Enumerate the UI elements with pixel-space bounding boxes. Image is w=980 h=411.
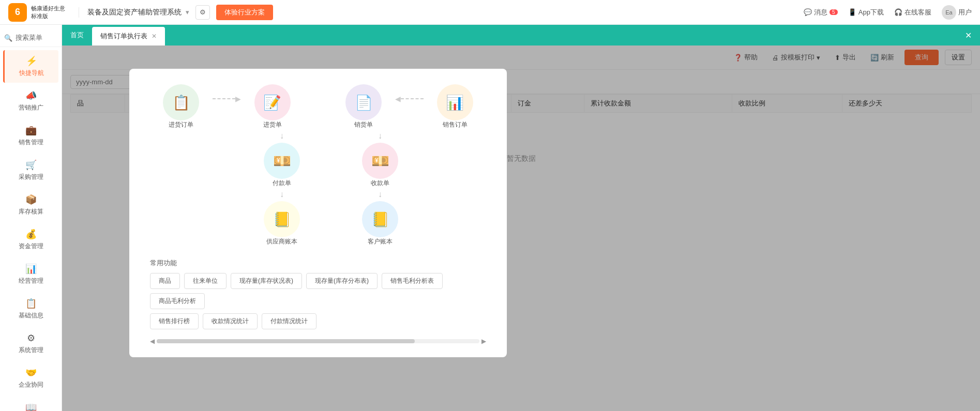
sales-bill-icon: 📄	[355, 94, 373, 111]
search-menu-item[interactable]: 🔍 搜索菜单	[0, 29, 62, 47]
online-service-item[interactable]: 🎧 在线客服	[894, 8, 931, 17]
overlay[interactable]: 📋 进货订单 ▶	[62, 45, 980, 411]
func-btn-4[interactable]: 销售毛利分析表	[382, 273, 443, 289]
finance-icon: 💰	[25, 229, 37, 240]
func-btn-8[interactable]: 付款情况统计	[262, 313, 316, 329]
func-btn-0[interactable]: 商品	[150, 273, 180, 289]
user-item[interactable]: Ea 用户	[942, 5, 972, 20]
flow-label-supplier-ledger: 供应商账本	[266, 237, 297, 246]
sidebar-item-label: 经营管理	[19, 277, 43, 285]
search-icon: 🔍	[4, 34, 12, 42]
flow-node-purchase-bill: 📝 进货单	[241, 84, 304, 129]
sales-order-icon: 📊	[446, 94, 464, 111]
tab-home-label: 首页	[70, 31, 84, 40]
avatar: Ea	[942, 5, 956, 20]
receipt-icon: 💴	[371, 153, 389, 170]
flow-node-purchase-order: 📋 进货订单	[150, 84, 213, 129]
app-logo-icon: 6	[8, 3, 27, 22]
logo-area: 6 畅康通好生意 标准版	[8, 3, 70, 22]
func-btn-6[interactable]: 销售排行榜	[150, 313, 199, 329]
arrow-sales-order-to-bill: ◀	[395, 95, 424, 103]
sidebar-item-marketing[interactable]: 📣 营销推广	[3, 85, 58, 117]
online-service-label: 在线客服	[904, 8, 931, 17]
system-title-dropdown[interactable]: 装备及固定资产辅助管理系统 ▾	[87, 8, 189, 17]
flow-icon-payment[interactable]: 💴	[264, 143, 300, 179]
scroll-left-icon[interactable]: ◀	[150, 338, 155, 345]
flow-node-sales-order: 📊 销售订单	[424, 84, 486, 129]
arrow-down-purchase-bill: ↓	[248, 129, 315, 143]
sidebar-item-operations[interactable]: 📊 经营管理	[3, 258, 58, 291]
flow-icon-sales-bill[interactable]: 📄	[345, 84, 382, 120]
purchase-order-icon: 📋	[172, 94, 190, 111]
func-btn-1[interactable]: 往来单位	[184, 273, 227, 289]
message-icon: 💬	[804, 8, 812, 16]
flow-arrows-down-row2: ↓ ↓	[150, 188, 486, 201]
sidebar-item-quick-nav[interactable]: ⚡ 快捷导航	[3, 50, 58, 83]
func-btn-5[interactable]: 商品毛利分析	[150, 293, 205, 309]
message-item[interactable]: 💬 消息 5	[804, 8, 838, 17]
flow-icon-sales-order[interactable]: 📊	[437, 84, 473, 120]
func-btn-2[interactable]: 现存量(库存状况表)	[231, 273, 302, 289]
sidebar-item-enterprise[interactable]: 🤝 企业协同	[3, 362, 58, 394]
flow-label-purchase-bill: 进货单	[263, 120, 282, 129]
sidebar-item-guide[interactable]: 📖 新手引导	[3, 397, 58, 411]
flow-icon-purchase-order[interactable]: 📋	[163, 84, 199, 120]
flow-icon-receipt[interactable]: 💴	[362, 143, 398, 179]
tab-home[interactable]: 首页	[62, 25, 92, 45]
basic-info-icon: 📋	[25, 298, 37, 309]
sidebar-item-purchase[interactable]: 🛒 采购管理	[3, 154, 58, 187]
purchase-bill-icon: 📝	[263, 94, 281, 111]
flow-row-2: 💴 付款单 💴 收款单	[150, 143, 486, 188]
flow-label-payment: 付款单	[273, 179, 291, 188]
app-logo-text: 畅康通好生意 标准版	[31, 5, 65, 20]
headset-icon: 🎧	[894, 8, 902, 16]
flow-node-sales-bill: 📄 销货单	[333, 84, 395, 129]
sidebar-item-inventory[interactable]: 📦 库存核算	[3, 189, 58, 221]
message-label: 消息	[814, 8, 827, 17]
scrollbar-thumb	[157, 339, 415, 343]
flow-label-sales-order: 销售订单	[443, 120, 468, 129]
sidebar-item-label: 库存核算	[19, 207, 43, 216]
inventory-icon: 📦	[25, 194, 37, 205]
tab-bar: 首页 销售订单执行表 ✕ ✕	[62, 25, 980, 45]
guide-icon: 📖	[25, 402, 37, 411]
purchase-icon: 🛒	[25, 159, 37, 171]
settings-button[interactable]: ⚙	[195, 5, 210, 20]
quick-nav-icon: ⚡	[26, 55, 37, 67]
download-icon: 📱	[848, 8, 856, 16]
tab-sales-order[interactable]: 销售订单执行表 ✕	[92, 27, 165, 45]
app-download-item[interactable]: 📱 App下载	[848, 8, 884, 17]
dropdown-icon[interactable]: ▾	[186, 8, 189, 16]
app-download-label: App下载	[858, 8, 884, 17]
separator	[79, 7, 79, 18]
user-label: 用户	[958, 8, 972, 17]
scrollbar-track[interactable]	[157, 339, 479, 343]
flow-diagram: 📋 进货订单 ▶	[150, 84, 486, 246]
top-bar: 6 畅康通好生意 标准版 装备及固定资产辅助管理系统 ▾ ⚙ 体验行业方案 💬 …	[0, 0, 980, 25]
close-window-icon[interactable]: ✕	[957, 31, 980, 40]
system-icon: ⚙	[27, 332, 35, 344]
flow-row-3: 📒 供应商账本 📒 客户账本	[150, 201, 486, 246]
flow-row-1: 📋 进货订单 ▶	[150, 84, 486, 129]
func-btn-3[interactable]: 现存量(库存分布表)	[306, 273, 378, 289]
scroll-right-icon[interactable]: ▶	[481, 338, 486, 345]
quick-nav-dialog: 📋 进货订单 ▶	[129, 69, 507, 357]
sidebar-item-sales[interactable]: 💼 销售管理	[3, 119, 58, 152]
tab-close-icon[interactable]: ✕	[152, 33, 157, 40]
sales-icon: 💼	[25, 125, 37, 136]
sidebar-item-system[interactable]: ⚙ 系统管理	[3, 327, 58, 360]
sidebar-item-basic-info[interactable]: 📋 基础信息	[3, 293, 58, 325]
sidebar-item-label: 营销推广	[19, 103, 43, 112]
flow-icon-purchase-bill[interactable]: 📝	[254, 84, 291, 120]
arrow-down-sales-bill: ↓	[346, 129, 414, 143]
flow-arrows-down-row: ↓ ↓	[150, 129, 486, 143]
trial-button[interactable]: 体验行业方案	[216, 5, 273, 20]
content-area: 首页 销售订单执行表 ✕ ✕ ❓ 帮助 🖨 按模板打印 ▾	[62, 25, 980, 411]
func-btn-7[interactable]: 收款情况统计	[203, 313, 258, 329]
sidebar-item-finance[interactable]: 💰 资金管理	[3, 223, 58, 256]
flow-icon-customer-ledger[interactable]: 📒	[362, 201, 398, 237]
flow-icon-supplier-ledger[interactable]: 📒	[264, 201, 300, 237]
flow-node-customer-ledger: 📒 客户账本	[346, 201, 414, 246]
top-right-area: 💬 消息 5 📱 App下载 🎧 在线客服 Ea 用户	[804, 5, 972, 20]
avatar-text: Ea	[945, 9, 952, 16]
